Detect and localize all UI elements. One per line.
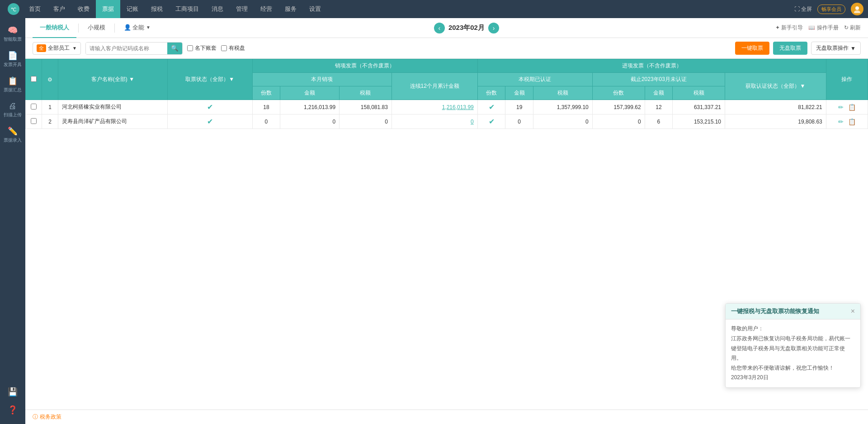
th-settings: ⚙ bbox=[42, 59, 58, 100]
notification-title: 一键报税与无盘取票功能恢复通知 bbox=[731, 307, 819, 315]
edit-icon-0[interactable]: ✏ bbox=[837, 104, 845, 111]
nav-item-accounting[interactable]: 记账 bbox=[120, 0, 145, 18]
employee-select[interactable]: 全 全部员工 ▼ bbox=[33, 42, 81, 55]
row-fetch-status-0: ✔ bbox=[167, 100, 252, 114]
nav-item-invoice[interactable]: 票据 bbox=[96, 0, 120, 18]
has-tax-checkbox[interactable] bbox=[221, 45, 227, 51]
tab-all[interactable]: 👤 全能 ▼ bbox=[117, 18, 158, 38]
current-month: 2023年02月 bbox=[448, 24, 485, 32]
row-cert-status-1: ✔ bbox=[477, 114, 505, 129]
row-checkbox-0[interactable] bbox=[31, 104, 37, 110]
nav-item-message[interactable]: 消息 bbox=[205, 0, 230, 18]
th-purchase-amount: 金额 bbox=[505, 86, 533, 100]
edit-icon-1[interactable]: ✏ bbox=[837, 118, 845, 125]
row-uncert-count-1: 6 bbox=[645, 114, 673, 129]
sidebar-item-issue-invoice[interactable]: 📄发票开具 bbox=[1, 47, 24, 71]
sidebar-icon-invoice-summary: 📋 bbox=[8, 76, 18, 86]
tax-policy-link[interactable]: ⓘ 税务政策 bbox=[33, 413, 61, 421]
tab-all-label: 全能 bbox=[132, 24, 144, 32]
row-check-1[interactable] bbox=[26, 114, 42, 129]
prev-month-button[interactable]: ‹ bbox=[434, 23, 445, 33]
one-click-fetch-button[interactable]: 一键取票 bbox=[735, 42, 769, 55]
new-guide-link[interactable]: ✦ 新手引导 bbox=[775, 24, 803, 32]
sidebar-item-smart-fetch[interactable]: 🧠智能取票 bbox=[1, 22, 24, 46]
sidebar: 🧠智能取票📄发票开具📋票据汇总🖨扫描上传✏️票据录入💾❓ bbox=[0, 18, 25, 424]
filter-bar-right: 一键取票 无盘取票 无盘取票操作 ▼ bbox=[735, 42, 861, 55]
sidebar-item-scan-upload[interactable]: 🖨扫描上传 bbox=[1, 98, 24, 122]
sidebar-label-smart-fetch: 智能取票 bbox=[4, 36, 22, 43]
sub-account-checkbox[interactable] bbox=[187, 45, 193, 51]
nav-item-manage[interactable]: 管理 bbox=[230, 0, 254, 18]
sidebar-icon-help: ❓ bbox=[8, 405, 18, 415]
row-customer-1: 灵寿县尚泽矿产品有限公司 bbox=[58, 114, 168, 129]
nav-item-settings[interactable]: 设置 bbox=[303, 0, 327, 18]
vip-button[interactable]: 畅享会员 bbox=[817, 5, 845, 14]
tab-general[interactable]: 一般纳税人 bbox=[33, 18, 76, 38]
month-navigation: ‹ 2023年02月 › bbox=[158, 23, 775, 33]
nav-item-business[interactable]: 工商项目 bbox=[169, 0, 205, 18]
th-uncert-amount: 金额 bbox=[645, 86, 673, 100]
manual-link[interactable]: 📖 操作手册 bbox=[808, 24, 838, 32]
row-purchase-count-0: 19 bbox=[505, 100, 533, 114]
th-fetch-status: 取票状态（全部）▼ bbox=[167, 59, 252, 100]
row-check-0[interactable] bbox=[26, 100, 42, 114]
th-current-period-purchase: 本税期已认证 bbox=[477, 73, 592, 86]
table-row: 1 河北柯搭橡实业有限公司 ✔ 18 1,216,013.99 158,081.… bbox=[26, 100, 868, 114]
th-cumulative: 连续12个月累计金额 bbox=[392, 73, 477, 100]
notification-close-button[interactable]: × bbox=[851, 307, 855, 315]
nav-item-operation[interactable]: 经营 bbox=[254, 0, 278, 18]
sidebar-item-invoice-summary[interactable]: 📋票据汇总 bbox=[1, 72, 24, 97]
row-purchase-tax-0: 157,399.62 bbox=[592, 100, 645, 114]
refresh-link[interactable]: ↻ 刷新 bbox=[844, 24, 861, 32]
th-check bbox=[26, 59, 42, 100]
nav-item-billing[interactable]: 收费 bbox=[71, 0, 96, 18]
th-action: 操作 bbox=[826, 59, 868, 100]
svg-point-2 bbox=[855, 6, 859, 10]
employee-dropdown-icon: ▼ bbox=[72, 46, 77, 51]
copy-icon-1[interactable]: 📋 bbox=[847, 118, 857, 125]
avatar[interactable] bbox=[851, 3, 863, 15]
employee-label: 全部员工 bbox=[48, 44, 70, 52]
row-purchase-amount-1: 0 bbox=[533, 114, 592, 129]
sidebar-icon-invoice-entry: ✏️ bbox=[8, 126, 18, 136]
next-month-button[interactable]: › bbox=[488, 23, 499, 33]
search-input[interactable] bbox=[86, 43, 167, 54]
fullscreen-button[interactable]: ⛶ 全屏 bbox=[794, 5, 812, 13]
cumulative-link-1[interactable]: 0 bbox=[471, 119, 474, 125]
no-disk-ops-button[interactable]: 无盘取票操作 ▼ bbox=[811, 42, 861, 55]
sidebar-icon-settings-bottom: 💾 bbox=[8, 387, 18, 397]
row-actions-1: ✏ 📋 bbox=[826, 114, 868, 129]
row-sales-tax-0: 158,081.83 bbox=[340, 100, 392, 114]
sidebar-item-help[interactable]: ❓ bbox=[1, 401, 24, 419]
th-purchase-count: 份数 bbox=[477, 86, 505, 100]
has-tax-checkbox-label[interactable]: 有税盘 bbox=[221, 44, 245, 52]
tab-small[interactable]: 小规模 bbox=[80, 18, 113, 38]
row-sales-cumulative-1: 0 bbox=[392, 114, 477, 129]
copy-icon-0[interactable]: 📋 bbox=[847, 104, 857, 111]
row-checkbox-1[interactable] bbox=[31, 118, 37, 124]
sub-account-checkbox-label[interactable]: 名下账套 bbox=[187, 44, 217, 52]
has-tax-label: 有税盘 bbox=[229, 44, 245, 52]
th-sales-tax: 税额 bbox=[340, 86, 392, 100]
select-all-checkbox[interactable] bbox=[31, 76, 37, 82]
row-cert-status-0: ✔ bbox=[477, 100, 505, 114]
nav-item-service[interactable]: 服务 bbox=[278, 0, 303, 18]
notification-popup: 一键报税与无盘取票功能恢复通知 × 尊敬的用户：江苏政务网已恢复访问电子税务局功… bbox=[725, 303, 861, 388]
th-unconfirmed-purchase: 截止2023年03月未认证 bbox=[592, 73, 725, 86]
row-sales-count-0: 18 bbox=[252, 100, 280, 114]
sidebar-item-invoice-entry[interactable]: ✏️票据录入 bbox=[1, 123, 24, 147]
nav-item-home[interactable]: 首页 bbox=[23, 0, 47, 18]
nav-item-tax[interactable]: 报税 bbox=[145, 0, 169, 18]
cumulative-link-0[interactable]: 1,216,013.99 bbox=[442, 104, 474, 110]
row-sales-amount-1: 0 bbox=[280, 114, 340, 129]
row-uncert-amount-1: 153,215.10 bbox=[673, 114, 725, 129]
top-nav: ℃ 首页客户收费票据记账报税工商项目消息管理经营服务设置 ⛶ 全屏 畅享会员 bbox=[0, 0, 868, 18]
no-disk-fetch-button[interactable]: 无盘取票 bbox=[773, 42, 807, 55]
tab-all-dropdown-icon: ▼ bbox=[146, 25, 151, 30]
search-button[interactable]: 🔍 bbox=[167, 43, 182, 54]
nav-item-customer[interactable]: 客户 bbox=[47, 0, 71, 18]
row-uncert-count-0: 12 bbox=[645, 100, 673, 114]
row-sales-count-1: 0 bbox=[252, 114, 280, 129]
sidebar-item-settings-bottom[interactable]: 💾 bbox=[1, 383, 24, 401]
filter-bar: 全 全部员工 ▼ 🔍 名下账套 有税盘 一键取票 无盘取票 无盘取票操作 bbox=[25, 38, 868, 59]
